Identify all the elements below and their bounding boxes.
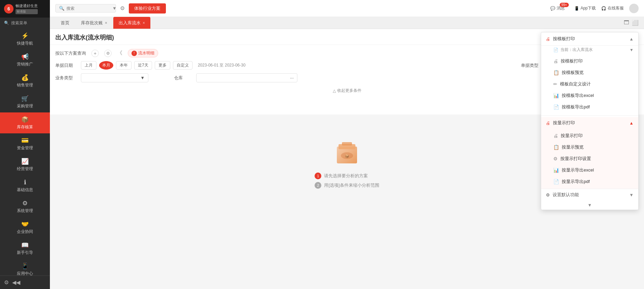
date-btn-this-month[interactable]: 本月: [99, 61, 113, 70]
tab-home-label: 首页: [61, 20, 69, 26]
panel-display-excel[interactable]: 📊 按显示导出excel: [541, 164, 638, 176]
sidebar-item-marketing[interactable]: 📢 营销推广: [0, 50, 50, 71]
tab-home[interactable]: 首页: [55, 17, 75, 29]
tab-flow-close[interactable]: ×: [143, 21, 145, 25]
panel-footer[interactable]: ⚙ 设置默认功能 ▼: [541, 189, 638, 201]
sidebar-item-label: 经营管理: [17, 166, 33, 172]
sidebar-item-label: 应用中心: [17, 271, 33, 275]
finance-icon: 💳: [21, 137, 29, 144]
step1-num: 1: [315, 173, 321, 179]
panel-current-icon: 📄: [553, 48, 558, 52]
quick-nav-icon: ⚡: [21, 32, 29, 40]
date-label: 单据日期: [55, 62, 76, 69]
warehouse-label: 仓库: [174, 75, 191, 81]
business-type-dropdown[interactable]: ▼: [81, 73, 148, 82]
panel-item-label: 按显示导出pdf: [562, 179, 590, 185]
sidebar-item-inventory[interactable]: 📦 库存核算: [0, 112, 50, 133]
sidebar-nav: ⚡ 快捷导航 📢 营销推广 💰 销售管理 🛒 采购管理 📦 库存核算 💳 资金管…: [0, 29, 50, 275]
sidebar-search-label: 搜索菜单: [11, 20, 27, 26]
active-filter-icon: !: [131, 51, 137, 56]
marketing-icon: 📢: [21, 53, 29, 60]
panel-display-preview[interactable]: 📋 按显示预览: [541, 141, 638, 153]
step1-text: 请先选择要分析的方案: [324, 173, 368, 179]
tab-batch-account[interactable]: 库存批次账 ×: [76, 17, 113, 29]
tab-flow-water[interactable]: 出入库流水 ×: [113, 17, 150, 29]
messages-btn[interactable]: 💬 消息 99+: [550, 5, 565, 11]
panel-item-template-pdf[interactable]: 📄 按模板导出pdf: [541, 101, 638, 113]
sidebar-item-purchase[interactable]: 🛒 采购管理: [0, 91, 50, 112]
display-excel-icon: 📊: [553, 167, 559, 173]
panel-collapse-icon[interactable]: ▲: [629, 36, 634, 42]
date-btn-7days[interactable]: 近7天: [134, 61, 152, 70]
date-btn-custom[interactable]: 自定义: [173, 61, 193, 70]
panel-item-template-print[interactable]: 🖨 按模板打印: [541, 55, 638, 67]
trial-btn[interactable]: 体验行业方案: [129, 3, 166, 14]
panel-footer-chevron: ▼: [629, 192, 634, 198]
panel-template-section: 🖨 按模板打印 📋 按模板预览 ✏ 模板自定义设计 📊 按模板导出excel 📄…: [541, 54, 638, 114]
topbar-gear-icon[interactable]: ⚙: [120, 5, 125, 11]
chevron-up-icon2: △: [333, 88, 336, 93]
app-download-icon: 📱: [574, 6, 579, 11]
panel-title: 按模板打印: [553, 36, 575, 42]
app-download-label: App下载: [581, 5, 596, 11]
panel-item-label: 按显示预览: [562, 144, 584, 150]
tab-batch-label: 库存批次账: [81, 20, 103, 26]
sidebar-item-system[interactable]: ⚙ 系统管理: [0, 196, 50, 217]
tab-batch-close[interactable]: ×: [105, 21, 107, 25]
date-btn-more[interactable]: 更多: [155, 61, 170, 70]
collapse-btn-label: 收起更多条件: [337, 88, 361, 94]
empty-steps: 1 请先选择要分析的方案 2 用[选项]条件来缩小分析范围: [315, 173, 379, 189]
topbar-search-dropdown[interactable]: ▼: [112, 6, 117, 11]
sidebar-bottom: ⚙ ◀◀: [0, 275, 50, 289]
inventory-icon: 📦: [21, 116, 29, 123]
topbar-search-input[interactable]: [66, 6, 110, 11]
business-type-label: 业务类型: [55, 75, 76, 81]
sales-icon: 💰: [21, 74, 29, 81]
collapse-sidebar-icon[interactable]: ◀◀: [12, 279, 20, 286]
sidebar-item-label: 新手引导: [17, 250, 33, 256]
online-service-btn[interactable]: 🎧 在线客服: [601, 5, 624, 11]
tabbar-right: 🗖 ⬜: [624, 20, 639, 26]
sidebar-item-guide[interactable]: 📖 新手引导: [0, 238, 50, 259]
panel-display-header[interactable]: 🖨 按显示打印 ▲: [541, 117, 638, 129]
sidebar-item-enterprise[interactable]: 🤝 企业协同: [0, 217, 50, 238]
display-preview-icon: 📋: [553, 144, 559, 150]
chevron-down-icon3: ···: [290, 75, 294, 80]
tabbar-fullscreen-icon[interactable]: ⬜: [632, 20, 639, 26]
sidebar-item-basic-info[interactable]: ℹ 基础信息: [0, 175, 50, 196]
panel-display-settings[interactable]: ⚙ 按显示打印设置: [541, 153, 638, 164]
template-print-dropdown-panel: 🖨 按模板打印 ▲ 📄 当前：出入库流水 ▼ 🖨 按模板打印 📋 按模板预览: [541, 32, 639, 210]
filter-collapse-btn[interactable]: 《: [117, 50, 122, 57]
app-download-btn[interactable]: 📱 App下载: [574, 5, 596, 11]
svg-text:📦: 📦: [345, 154, 349, 158]
panel-item-template-excel[interactable]: 📊 按模板导出excel: [541, 90, 638, 101]
system-icon: ⚙: [22, 200, 28, 207]
basic-info-icon: ℹ: [24, 179, 26, 186]
settings-icon[interactable]: ⚙: [4, 279, 9, 286]
search-icon: 🔍: [4, 21, 9, 25]
panel-item-template-preview[interactable]: 📋 按模板预览: [541, 67, 638, 78]
panel-display-print[interactable]: 🖨 按显示打印: [541, 130, 638, 141]
date-btn-last-month[interactable]: 上月: [81, 61, 96, 70]
app-logo-icon: 6: [4, 4, 13, 14]
panel-scroll-down-btn[interactable]: ▼: [541, 201, 638, 210]
sidebar-search[interactable]: 🔍 搜索菜单: [0, 18, 50, 29]
panel-printer-icon: 🖨: [546, 36, 550, 42]
topbar-search-box[interactable]: 🔍 ▼: [55, 4, 116, 12]
date-btn-this-year[interactable]: 本年: [116, 61, 131, 70]
sidebar-item-finance[interactable]: 💳 资金管理: [0, 133, 50, 154]
sidebar-item-sales[interactable]: 💰 销售管理: [0, 71, 50, 91]
active-filter-tag[interactable]: ! 流水明细: [128, 49, 158, 57]
user-avatar[interactable]: [629, 4, 639, 13]
panel-footer-icon: ⚙: [546, 192, 550, 198]
step2-num: 2: [315, 182, 321, 189]
tabbar-restore-icon[interactable]: 🗖: [624, 20, 629, 26]
sidebar-item-app-center[interactable]: 📱 应用中心: [0, 259, 50, 275]
add-filter-btn[interactable]: +: [91, 50, 99, 57]
sidebar-item-quick-nav[interactable]: ⚡ 快捷导航: [0, 29, 50, 50]
sidebar-item-operations[interactable]: 📈 经营管理: [0, 154, 50, 175]
filter-settings-btn[interactable]: ⚙: [104, 50, 112, 57]
warehouse-dropdown[interactable]: ···: [196, 73, 297, 82]
panel-item-template-design[interactable]: ✏ 模板自定义设计: [541, 78, 638, 90]
panel-display-pdf[interactable]: 📄 按显示导出pdf: [541, 176, 638, 187]
